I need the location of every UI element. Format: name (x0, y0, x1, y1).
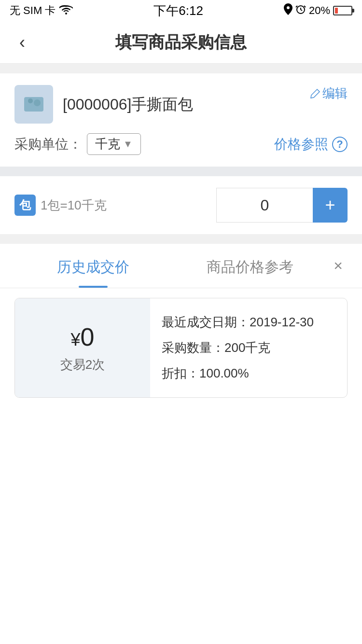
unit-left: 采购单位： 千克 ▼ (14, 133, 141, 155)
product-unit-row: 采购单位： 千克 ▼ 价格参照 ? (14, 133, 348, 155)
price-left-panel: ¥0 交易2次 (15, 298, 150, 397)
svg-point-5 (34, 99, 41, 106)
product-name: [0000006]手撕面包 (63, 94, 193, 115)
recent-date-row: 最近成交日期：2019-12-30 (162, 313, 335, 332)
edit-button[interactable]: 编辑 (310, 85, 348, 102)
bottom-space (0, 412, 362, 644)
nav-bar: ‹ 填写商品采购信息 (0, 21, 362, 64)
currency-symbol: ¥ (71, 330, 81, 350)
product-thumbnail (14, 85, 53, 124)
price-ref-button[interactable]: 价格参照 ? (274, 135, 348, 154)
status-left: 无 SIM 卡 (10, 3, 73, 18)
tabs-header: 历史成交价 商品价格参考 × (0, 244, 362, 288)
quantity-input-wrap: + (216, 188, 348, 223)
quantity-plus-button[interactable]: + (313, 188, 348, 223)
qty-row: 采购数量：200千克 (162, 338, 335, 357)
price-tx-count: 交易2次 (60, 356, 105, 373)
package-icon: 包 (14, 195, 36, 216)
section-divider (0, 167, 362, 176)
back-button[interactable]: ‹ (14, 28, 30, 57)
product-header: [0000006]手撕面包 编辑 (14, 85, 348, 124)
discount-row: 折扣：100.00% (162, 364, 335, 383)
price-right-panel: 最近成交日期：2019-12-30 采购数量：200千克 折扣：100.00% (150, 298, 347, 397)
product-left: [0000006]手撕面包 (14, 85, 193, 124)
battery-icon (333, 6, 352, 15)
status-time: 下午6:12 (153, 2, 203, 19)
tab-price-ref[interactable]: 商品价格参考 (172, 244, 329, 288)
wifi-icon (59, 4, 73, 17)
unit-label: 采购单位： (14, 135, 82, 154)
help-icon: ? (332, 137, 348, 152)
svg-line-2 (301, 10, 302, 11)
quantity-row: 包 1包=10千克 + (0, 176, 362, 234)
price-card: ¥0 交易2次 最近成交日期：2019-12-30 采购数量：200千克 折扣：… (0, 288, 362, 412)
tabs-container: 历史成交价 商品价格参考 × (0, 244, 362, 288)
tab-close-button[interactable]: × (329, 252, 348, 280)
page-title: 填写商品采购信息 (115, 31, 247, 54)
quantity-label: 包 1包=10千克 (14, 195, 107, 216)
svg-point-4 (28, 98, 33, 103)
tab-history-price[interactable]: 历史成交价 (14, 244, 172, 288)
price-card-inner: ¥0 交易2次 最近成交日期：2019-12-30 采购数量：200千克 折扣：… (14, 298, 348, 398)
battery-text: 20% (309, 4, 330, 17)
svg-rect-3 (24, 97, 43, 112)
alarm-icon (295, 4, 306, 17)
unit-equiv-text: 1包=10千克 (41, 197, 107, 214)
product-card: [0000006]手撕面包 编辑 采购单位： 千克 ▼ 价格参照 ? (0, 73, 362, 167)
status-bar: 无 SIM 卡 下午6:12 20% (0, 0, 362, 21)
carrier-text: 无 SIM 卡 (10, 3, 56, 18)
quantity-input[interactable] (216, 188, 313, 223)
dropdown-arrow-icon: ▼ (123, 139, 133, 150)
location-icon (284, 3, 292, 18)
unit-select[interactable]: 千克 ▼ (87, 133, 141, 155)
status-right: 20% (284, 3, 352, 18)
price-amount: ¥0 (71, 322, 95, 351)
